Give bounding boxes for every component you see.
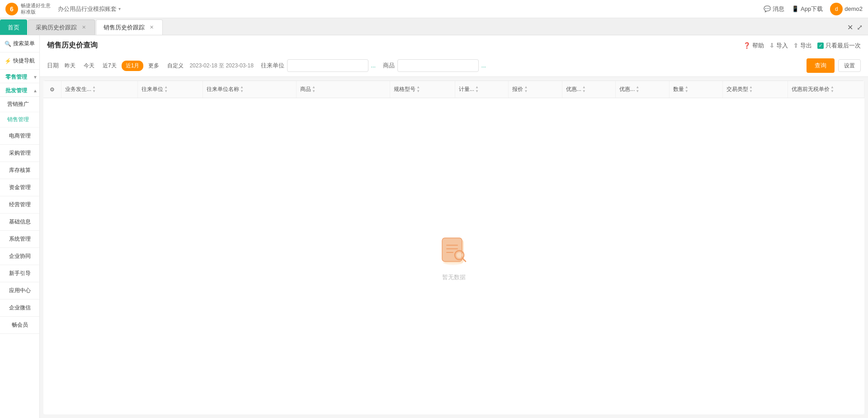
product-filter-group: 商品 ... [383, 59, 486, 72]
th-unit-code[interactable]: 往来单位 ▲ ▼ [138, 81, 203, 98]
only-latest-label: 只看最后一次 [826, 42, 861, 50]
table-header: ⚙ 业务发生... ▲ ▼ 往来单位 ▲ ▼ 往 [43, 81, 864, 98]
doc-title-area: 办公用品行业模拟账套 ▾ [58, 5, 760, 13]
sidebar-item-inventory[interactable]: 库存核算 [0, 162, 39, 179]
tab-maximize[interactable]: ⤢ [857, 23, 863, 32]
sidebar-sales-mgmt-label: 销售管理 [7, 116, 29, 123]
th-date-label: 业务发生... [65, 86, 91, 93]
sort-icons-discount2: ▲ ▼ [636, 86, 639, 93]
th-date[interactable]: 业务发生... ▲ ▼ [61, 81, 138, 98]
product-ellipsis[interactable]: ... [481, 62, 486, 69]
sidebar-wholesale-label: 批发管理 [5, 87, 27, 95]
only-latest-checkbox[interactable]: ✓ 只看最后一次 [817, 42, 861, 50]
th-settings[interactable]: ⚙ [43, 81, 61, 98]
logo-subtitle1: 畅捷通好生意 [21, 3, 51, 9]
top-bar-actions: 💬 消息 📱 App下载 d demo2 [764, 3, 863, 15]
sidebar-retail-label: 零售管理 [5, 73, 27, 81]
sidebar-shortcuts-label: 快捷导航 [13, 57, 35, 65]
date-filter-options: 昨天 今天 近7天 近1月 更多 自定义 [61, 61, 187, 71]
th-price[interactable]: 报价 ▲ ▼ [509, 81, 562, 98]
sidebar-item-basic[interactable]: 基础信息 [0, 214, 39, 231]
counterpart-input[interactable] [287, 59, 368, 72]
settings-button[interactable]: 设置 [838, 59, 861, 72]
sidebar-item-members[interactable]: 畅会员 [0, 317, 39, 334]
message-label: 消息 [773, 5, 784, 13]
shortcut-icon: ⚡ [5, 58, 11, 64]
th-trade-type[interactable]: 交易类型 ▲ ▼ [723, 81, 788, 98]
app-download-label: App下载 [801, 5, 823, 13]
sidebar-search-label: 搜索菜单 [13, 40, 35, 48]
table-container: ⚙ 业务发生... ▲ ▼ 往来单位 ▲ ▼ 往 [43, 81, 864, 414]
product-input[interactable] [397, 59, 479, 72]
message-action[interactable]: 💬 消息 [764, 5, 784, 13]
date-btn-more[interactable]: 更多 [145, 61, 162, 71]
sidebar-section-retail[interactable]: 零售管理 ▼ [0, 70, 39, 83]
tab-purchase-close[interactable]: ✕ [80, 24, 87, 31]
tab-home[interactable]: 首页 [0, 19, 27, 35]
logo-text: 畅捷通好生意 标准版 [21, 3, 51, 14]
th-pretax-price[interactable]: 优惠前无税单价 ▲ ▼ [788, 81, 864, 98]
th-product[interactable]: 商品 ▲ ▼ [297, 81, 390, 98]
sort-icons-trade-type: ▲ ▼ [749, 86, 753, 93]
sidebar-item-marketing[interactable]: 营销推广 [0, 97, 39, 112]
sidebar-item-finance[interactable]: 资金管理 [0, 179, 39, 196]
date-filter-label: 日期 [47, 62, 59, 70]
sidebar-item-ecommerce[interactable]: 电商管理 [0, 128, 39, 145]
th-discount2[interactable]: 优惠... ▲ ▼ [616, 81, 669, 98]
sort-icons-discount1: ▲ ▼ [582, 86, 586, 93]
date-btn-7days[interactable]: 近7天 [99, 61, 120, 71]
main-layout: 🔍 搜索菜单 ⚡ 快捷导航 零售管理 ▼ 批发管理 ▲ 营销推广 销售管理 电商… [0, 35, 868, 418]
doc-title-chevron[interactable]: ▾ [118, 6, 121, 11]
empty-text: 暂无数据 [442, 273, 466, 281]
sidebar-item-system[interactable]: 系统管理 [0, 231, 39, 248]
th-trade-type-label: 交易类型 [726, 86, 748, 93]
user-action[interactable]: d demo2 [830, 3, 863, 15]
sidebar-item-appcenter[interactable]: 应用中心 [0, 282, 39, 299]
help-action[interactable]: ❓ 帮助 [743, 42, 764, 50]
export-action[interactable]: ⇧ 导出 [793, 42, 812, 50]
counterpart-ellipsis[interactable]: ... [371, 62, 376, 69]
sidebar-section-wholesale[interactable]: 批发管理 ▲ [0, 83, 39, 97]
th-spec[interactable]: 规格型号 ▲ ▼ [390, 81, 455, 98]
page-header: 销售历史价查询 ❓ 帮助 ⇩ 导入 ⇧ 导出 ✓ [40, 35, 868, 77]
tab-close-window[interactable]: ✕ [847, 23, 853, 32]
tab-sales[interactable]: 销售历史价跟踪 ✕ [96, 19, 163, 35]
help-icon: ❓ [743, 42, 750, 49]
sidebar-item-operations[interactable]: 经营管理 [0, 196, 39, 214]
th-qty[interactable]: 数量 ▲ ▼ [670, 81, 723, 98]
sidebar-ecommerce-label: 电商管理 [9, 132, 31, 140]
th-discount1[interactable]: 优惠... ▲ ▼ [562, 81, 616, 98]
tab-home-label: 首页 [8, 24, 19, 32]
date-btn-yesterday[interactable]: 昨天 [61, 61, 79, 71]
date-range-display: 2023-02-18 至 2023-03-18 [189, 62, 253, 70]
sidebar-item-guide[interactable]: 新手引导 [0, 265, 39, 282]
wholesale-arrow: ▲ [33, 88, 38, 93]
th-unit-name[interactable]: 往来单位名称 ▲ ▼ [203, 81, 297, 98]
date-btn-1month[interactable]: 近1月 [122, 61, 144, 71]
sidebar-item-purchase[interactable]: 采购管理 [0, 145, 39, 162]
sidebar-item-shortcuts[interactable]: ⚡ 快捷导航 [0, 52, 39, 70]
sidebar-item-search[interactable]: 🔍 搜索菜单 [0, 35, 39, 52]
app-download-action[interactable]: 📱 App下载 [792, 5, 823, 13]
th-uom[interactable]: 计量... ▲ ▼ [455, 81, 509, 98]
sort-icons-spec: ▲ ▼ [416, 86, 420, 93]
product-filter-label: 商品 [383, 62, 395, 70]
sidebar-item-enterprise[interactable]: 企业协同 [0, 248, 39, 265]
message-icon: 💬 [764, 5, 771, 12]
sidebar-operations-label: 经营管理 [9, 201, 31, 209]
tab-sales-close[interactable]: ✕ [148, 24, 155, 31]
tab-purchase[interactable]: 采购历史价跟踪 ✕ [28, 19, 95, 35]
empty-state: 暂无数据 [43, 98, 864, 414]
sort-icons-product: ▲ ▼ [312, 86, 316, 93]
tab-sales-label: 销售历史价跟踪 [104, 24, 145, 32]
empty-icon [436, 232, 472, 268]
th-price-label: 报价 [512, 86, 523, 93]
sidebar-item-sales-mgmt[interactable]: 销售管理 [0, 112, 39, 128]
sidebar-item-enterprise-wechat[interactable]: 企业微信 [0, 299, 39, 317]
th-unit-code-label: 往来单位 [142, 86, 163, 93]
import-action[interactable]: ⇩ 导入 [769, 42, 788, 50]
date-btn-today[interactable]: 今天 [80, 61, 98, 71]
query-button[interactable]: 查询 [807, 58, 835, 73]
sort-icons-unit-name: ▲ ▼ [240, 86, 244, 93]
date-btn-custom[interactable]: 自定义 [164, 61, 187, 71]
